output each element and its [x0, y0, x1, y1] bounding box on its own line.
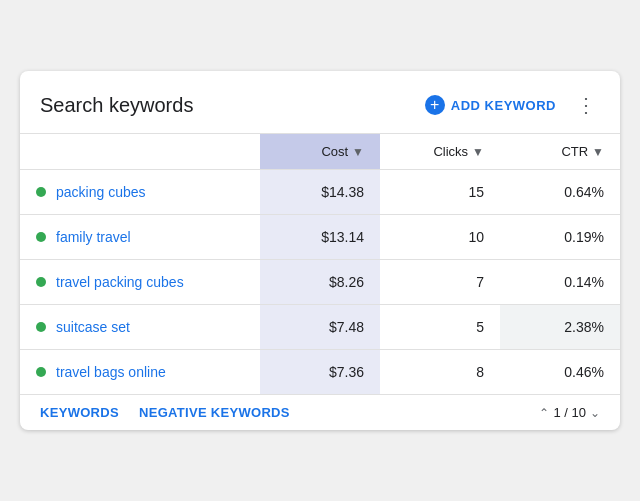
keyword-cell: suitcase set — [20, 305, 260, 350]
keyword-link[interactable]: packing cubes — [56, 184, 146, 200]
cost-cell: $7.36 — [260, 350, 380, 395]
search-keywords-card: Search keywords + ADD KEYWORD ⋮ Cost ▼ — [20, 71, 620, 430]
card-title: Search keywords — [40, 94, 193, 117]
clicks-cell: 10 — [380, 215, 500, 260]
keywords-tab[interactable]: KEYWORDS — [40, 405, 119, 420]
keyword-link[interactable]: travel packing cubes — [56, 274, 184, 290]
clicks-cell: 8 — [380, 350, 500, 395]
col-header-clicks[interactable]: Clicks ▼ — [380, 134, 500, 170]
ctr-cell: 0.64% — [500, 170, 620, 215]
clicks-cell: 7 — [380, 260, 500, 305]
pagination-down-icon[interactable]: ⌄ — [590, 406, 600, 420]
keyword-cell: travel packing cubes — [20, 260, 260, 305]
col-header-cost[interactable]: Cost ▼ — [260, 134, 380, 170]
footer-tabs: KEYWORDS NEGATIVE KEYWORDS — [40, 405, 290, 420]
ctr-cell: 0.19% — [500, 215, 620, 260]
plus-icon: + — [425, 95, 445, 115]
add-keyword-label: ADD KEYWORD — [451, 98, 556, 113]
status-dot — [36, 277, 46, 287]
pagination: ⌃ 1 / 10 ⌄ — [539, 405, 600, 420]
keyword-cell: family travel — [20, 215, 260, 260]
ctr-cell: 0.14% — [500, 260, 620, 305]
cost-sort-icon: ▼ — [352, 145, 364, 159]
ctr-cell: 2.38% — [500, 305, 620, 350]
clicks-cell: 15 — [380, 170, 500, 215]
status-dot — [36, 232, 46, 242]
table-row: travel packing cubes $8.2670.14% — [20, 260, 620, 305]
cost-cell: $7.48 — [260, 305, 380, 350]
header-actions: + ADD KEYWORD ⋮ — [425, 89, 600, 121]
card-header: Search keywords + ADD KEYWORD ⋮ — [20, 71, 620, 133]
ctr-cell: 0.46% — [500, 350, 620, 395]
add-keyword-button[interactable]: + ADD KEYWORD — [425, 95, 556, 115]
table-row: family travel $13.14100.19% — [20, 215, 620, 260]
clicks-sort-icon: ▼ — [472, 145, 484, 159]
keyword-cell: travel bags online — [20, 350, 260, 395]
table-row: packing cubes $14.38150.64% — [20, 170, 620, 215]
status-dot — [36, 367, 46, 377]
table-body: packing cubes $14.38150.64% family trave… — [20, 170, 620, 395]
table-row: travel bags online $7.3680.46% — [20, 350, 620, 395]
keywords-table-container: Cost ▼ Clicks ▼ CTR ▼ — [20, 133, 620, 394]
keyword-cell: packing cubes — [20, 170, 260, 215]
col-header-ctr[interactable]: CTR ▼ — [500, 134, 620, 170]
status-dot — [36, 322, 46, 332]
cost-cell: $8.26 — [260, 260, 380, 305]
keyword-link[interactable]: family travel — [56, 229, 131, 245]
pagination-up-icon[interactable]: ⌃ — [539, 406, 549, 420]
keyword-link[interactable]: travel bags online — [56, 364, 166, 380]
keywords-table: Cost ▼ Clicks ▼ CTR ▼ — [20, 133, 620, 394]
table-header: Cost ▼ Clicks ▼ CTR ▼ — [20, 134, 620, 170]
col-header-keyword — [20, 134, 260, 170]
negative-keywords-tab[interactable]: NEGATIVE KEYWORDS — [139, 405, 290, 420]
table-row: suitcase set $7.4852.38% — [20, 305, 620, 350]
more-options-button[interactable]: ⋮ — [572, 89, 600, 121]
cost-cell: $14.38 — [260, 170, 380, 215]
clicks-cell: 5 — [380, 305, 500, 350]
ctr-sort-icon: ▼ — [592, 145, 604, 159]
pagination-text: 1 / 10 — [553, 405, 586, 420]
cost-cell: $13.14 — [260, 215, 380, 260]
keyword-link[interactable]: suitcase set — [56, 319, 130, 335]
card-footer: KEYWORDS NEGATIVE KEYWORDS ⌃ 1 / 10 ⌄ — [20, 394, 620, 430]
status-dot — [36, 187, 46, 197]
